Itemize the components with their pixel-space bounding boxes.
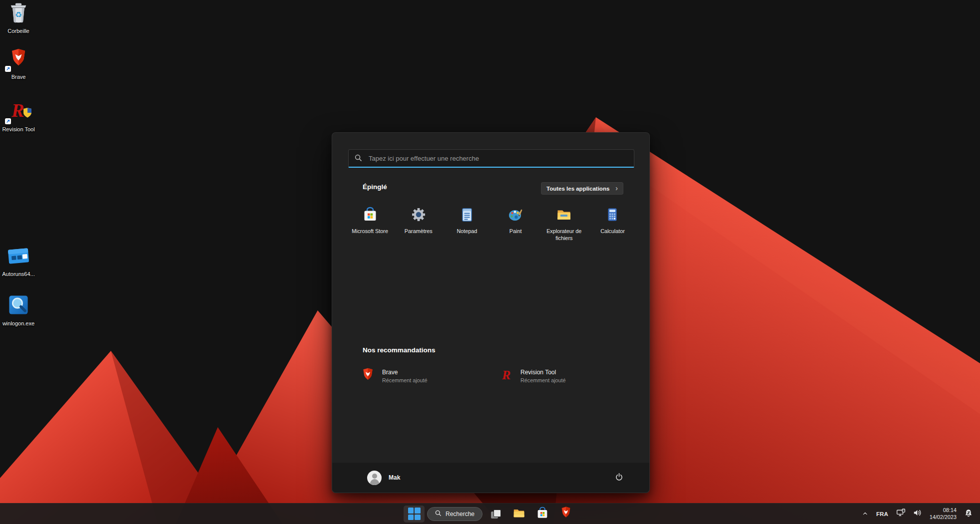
microsoft-store-button[interactable] [532,506,553,523]
task-view-icon [489,508,502,520]
volume-button[interactable] [910,506,925,523]
pinned-app-parametres[interactable]: Paramètres [394,204,443,242]
brave-icon [9,47,28,71]
power-button[interactable] [610,469,627,486]
recycle-bin-icon: ♻ [9,2,28,25]
network-button[interactable] [893,506,909,523]
avatar [367,471,382,485]
volume-icon [913,508,922,520]
user-name: Mak [389,474,400,481]
pinned-apps-grid: Microsoft Store Paramètres [346,204,637,242]
pinned-app-paint[interactable]: Paint [491,204,540,242]
desktop-icon-winlogon[interactable]: winlogon.exe [0,295,36,327]
pinned-header: Épinglé [363,183,387,191]
desktop-icon-brave[interactable]: Brave [0,48,36,80]
brave-icon [361,367,375,384]
taskbar-search[interactable]: Recherche [427,507,483,521]
search-input[interactable] [348,149,634,168]
search-icon [435,510,442,519]
chevron-right-icon: › [615,185,618,192]
settings-gear-icon [411,207,427,225]
chevron-up-icon [862,510,868,519]
pinned-app-notepad[interactable]: Notepad [443,204,491,242]
task-view-button[interactable] [485,506,506,523]
desktop-icon-autoruns[interactable]: Autoruns64... [0,246,36,277]
notification-bell-icon [964,509,973,520]
taskbar: Recherche [0,503,980,524]
clock[interactable]: 08:14 14/02/2023 [926,507,960,521]
notepad-icon [459,207,475,225]
shortcut-arrow-icon [5,66,11,72]
start-button[interactable] [404,506,425,523]
time: 08:14 [930,507,957,514]
recommended-header: Nos recommandations [363,346,436,354]
microsoft-store-icon [362,207,378,225]
brave-button[interactable] [555,506,576,523]
network-icon [896,508,906,520]
desktop-icon-label: Corbeille [0,28,36,34]
brave-icon [560,506,572,522]
start-menu-user-bar: Mak [332,462,649,493]
pinned-app-microsoft-store[interactable]: Microsoft Store [346,204,394,242]
recommended-item-brave[interactable]: Brave Récemment ajouté [354,363,494,388]
desktop-icon-corbeille[interactable]: ♻ Corbeille [0,2,36,34]
recommended-list: Brave Récemment ajouté R Revision Tool R… [354,363,634,388]
svg-text:R: R [501,368,510,382]
desktop-icon-label: winlogon.exe [0,320,36,327]
pinned-app-calculator[interactable]: Calculator [588,204,637,242]
winlogon-icon [7,294,29,318]
desktop-icon-label: Autoruns64... [0,271,36,277]
desktop-icon-revision-tool[interactable]: R Revision Tool [0,101,36,133]
windows-logo-icon [408,508,420,520]
tray-chevron-button[interactable] [859,506,871,523]
calculator-icon [604,207,620,225]
pinned-app-explorateur[interactable]: Explorateur de fichiers [540,204,588,242]
all-apps-button[interactable]: Toutes les applications › [541,182,623,195]
desktop-icon-label: Brave [0,74,36,80]
paint-icon [507,207,523,225]
file-explorer-icon [556,207,572,225]
autoruns-icon [6,246,31,268]
shortcut-arrow-icon [5,118,11,124]
user-button[interactable]: Mak [362,468,405,488]
desktop-icon-label: Revision Tool [0,126,36,133]
recommended-item-revision-tool[interactable]: R Revision Tool Récemment ajouté [494,363,634,388]
date: 14/02/2023 [930,514,957,521]
file-explorer-icon [512,507,525,522]
revision-tool-icon: R [501,367,513,384]
notification-bell-button[interactable] [961,506,976,523]
svg-text:R: R [11,100,24,121]
file-explorer-button[interactable] [508,506,529,523]
power-icon [615,473,623,483]
svg-text:♻: ♻ [15,10,22,19]
start-menu: Épinglé Toutes les applications › Micros… [332,132,650,493]
language-indicator[interactable]: FRA [872,506,892,523]
microsoft-store-icon [536,507,549,522]
